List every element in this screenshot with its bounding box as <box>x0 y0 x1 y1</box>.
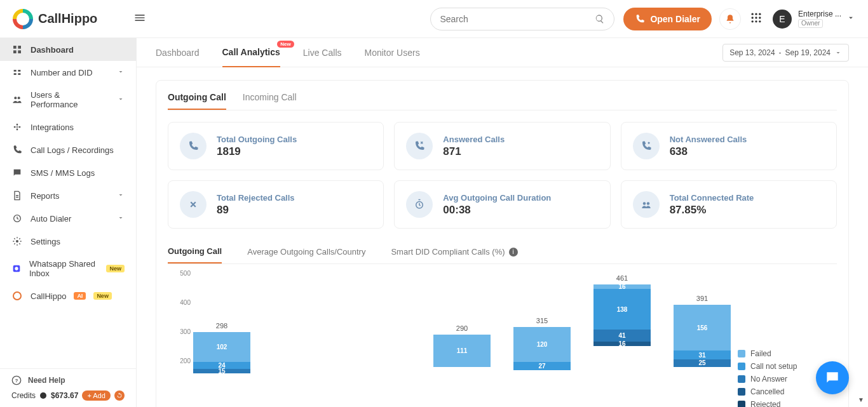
stat-value: 89 <box>217 204 295 217</box>
sidebar-item-number-and-did[interactable]: Number and DID <box>0 61 136 84</box>
chart-y-axis: 200300400500 <box>168 273 193 407</box>
need-help-link[interactable]: ? Need Help <box>11 375 125 385</box>
chart-bar[interactable]: 2981022415 <box>193 332 250 407</box>
chart-canvas: 200300400500 298102241529011131512027461… <box>168 273 729 407</box>
main-content[interactable]: DashboardCall AnalyticsNewLive CallsMoni… <box>137 38 868 407</box>
notifications-button[interactable] <box>719 8 741 30</box>
legend-swatch <box>738 363 745 370</box>
stat-icon <box>180 133 207 159</box>
chart-tab-average-outgoing-calls-country[interactable]: Average Outgoing Calls/Country <box>247 246 365 264</box>
chart-bar[interactable]: 31512027 <box>513 327 571 407</box>
chart-bar[interactable]: 461161384116 <box>593 284 651 407</box>
avatar[interactable]: E <box>773 10 792 29</box>
sidebar-nav: DashboardNumber and DIDUsers & Performan… <box>0 38 136 368</box>
y-tick: 400 <box>180 299 191 306</box>
inner-tab-incoming-call[interactable]: Incoming Call <box>243 92 297 110</box>
sidebar-item-integrations[interactable]: Integrations <box>0 116 136 138</box>
stat-value: 1819 <box>217 145 297 158</box>
nav-icon <box>11 190 23 201</box>
chat-launcher[interactable] <box>816 361 849 394</box>
sidebar-item-dashboard[interactable]: Dashboard <box>0 38 136 61</box>
user-menu-chevron[interactable] <box>846 13 855 25</box>
svg-point-2 <box>759 13 761 15</box>
legend-label: Call not setup <box>750 362 797 371</box>
sidebar-item-call-logs-recordings[interactable]: Call Logs / Recordings <box>0 138 136 161</box>
bar-segment-no-answer: 15 <box>193 369 250 373</box>
search-box[interactable] <box>430 8 614 30</box>
sidebar-item-auto-dialer[interactable]: Auto Dialer <box>0 207 136 230</box>
search-input[interactable] <box>440 14 595 24</box>
chevron-down-icon <box>117 95 125 105</box>
logo[interactable]: CallHippo <box>13 9 133 29</box>
sidebar-toggle[interactable] <box>133 11 146 27</box>
nav-icon <box>11 264 22 274</box>
bar-segment-failed: 111 <box>433 335 491 367</box>
tab-dashboard[interactable]: Dashboard <box>156 38 200 67</box>
sidebar-item-sms-mms-logs[interactable]: SMS / MMS Logs <box>0 161 136 184</box>
sidebar-item-callhippo[interactable]: CallHippoAINew <box>0 284 136 307</box>
sub-tabs: DashboardCall AnalyticsNewLive CallsMoni… <box>156 38 420 67</box>
info-icon[interactable]: i <box>509 248 518 257</box>
bar-segment-call-not-setup: 27 <box>513 362 571 370</box>
bar-segment-no-answer: 41 <box>593 330 651 342</box>
legend-label: No Answer <box>750 375 787 384</box>
stat-label: Avg Outgoing Call Duration <box>443 193 551 203</box>
stat-card-total-rejected-calls: Total Rejected Calls89 <box>168 180 384 229</box>
scroll-down-button[interactable]: ▼ <box>858 396 864 403</box>
bar-segment-no-answer: 25 <box>674 359 731 367</box>
add-credits-button[interactable]: + Add <box>82 390 110 401</box>
tab-live-calls[interactable]: Live Calls <box>303 38 342 67</box>
tab-label: Dashboard <box>156 48 200 58</box>
chevron-down-icon <box>117 214 125 224</box>
inner-tab-outgoing-call[interactable]: Outgoing Call <box>168 92 226 110</box>
tab-call-analytics[interactable]: Call AnalyticsNew <box>222 38 280 67</box>
legend-swatch <box>738 388 745 396</box>
nav-icon <box>11 44 23 55</box>
chart-tab-smart-did-compliant-calls-[interactable]: Smart DID Compliant Calls (%)i <box>391 246 517 264</box>
chart-bar[interactable]: 3911563125 <box>674 305 731 407</box>
bar-segment-failed: 102 <box>193 332 250 362</box>
sub-header: DashboardCall AnalyticsNewLive CallsMoni… <box>137 38 868 67</box>
chevron-down-icon <box>834 49 842 57</box>
stat-card-avg-outgoing-call-duration: Avg Outgoing Call Duration00:38 <box>394 180 610 229</box>
svg-point-6 <box>751 20 753 22</box>
legend-label: Rejected <box>750 400 780 407</box>
bar-segment-failed: 156 <box>674 305 731 350</box>
apps-button[interactable] <box>750 11 763 27</box>
bar-total-label: 290 <box>433 324 491 332</box>
sidebar-item-label: CallHippo <box>31 291 66 301</box>
stat-value: 87.85% <box>670 204 754 217</box>
tab-monitor-users[interactable]: Monitor Users <box>365 38 420 67</box>
chart-tab-outgoing-call[interactable]: Outgoing Call <box>168 246 222 264</box>
stat-value: 638 <box>670 145 747 158</box>
sidebar-item-reports[interactable]: Reports <box>0 184 136 207</box>
date-range-picker[interactable]: Sep 13, 2024 - Sep 19, 2024 <box>722 44 849 62</box>
bar-total-label: 315 <box>513 317 571 324</box>
stat-icon <box>406 133 433 159</box>
sidebar-item-settings[interactable]: Settings <box>0 230 136 253</box>
stat-card-total-connected-rate: Total Connected Rate87.85% <box>621 180 837 229</box>
bar-total-label: 461 <box>593 274 651 282</box>
bar-segment-call-not-setup: 31 <box>674 350 731 359</box>
legend-item-failed[interactable]: Failed <box>738 349 837 358</box>
sidebar-item-users-performance[interactable]: Users & Performance <box>0 84 136 116</box>
info-icon[interactable] <box>39 392 47 399</box>
open-dialer-button[interactable]: Open Dialer <box>623 8 712 30</box>
sidebar-item-whatsapp-shared-inbox[interactable]: Whatsapp Shared InboxNew <box>0 253 136 284</box>
legend-swatch <box>738 401 745 407</box>
nav-icon <box>11 168 23 178</box>
nav-icon <box>11 145 23 155</box>
refresh-credits-button[interactable] <box>114 390 125 401</box>
sidebar-item-label: Auto Dialer <box>31 214 71 224</box>
call-direction-tabs: Outgoing CallIncoming Call <box>168 92 837 110</box>
user-menu[interactable]: Enterprise ... Owner <box>798 10 841 28</box>
legend-swatch <box>738 350 745 357</box>
tab-label: Monitor Users <box>365 48 420 58</box>
legend-item-rejected[interactable]: Rejected <box>738 400 837 407</box>
ai-badge: AI <box>74 292 86 300</box>
chat-icon <box>824 370 841 386</box>
chart-bar[interactable]: 290111 <box>433 335 491 407</box>
stat-label: Total Outgoing Calls <box>217 135 297 144</box>
user-name: Enterprise ... <box>798 10 841 18</box>
bar-segment-call-not-setup: 138 <box>593 289 651 329</box>
